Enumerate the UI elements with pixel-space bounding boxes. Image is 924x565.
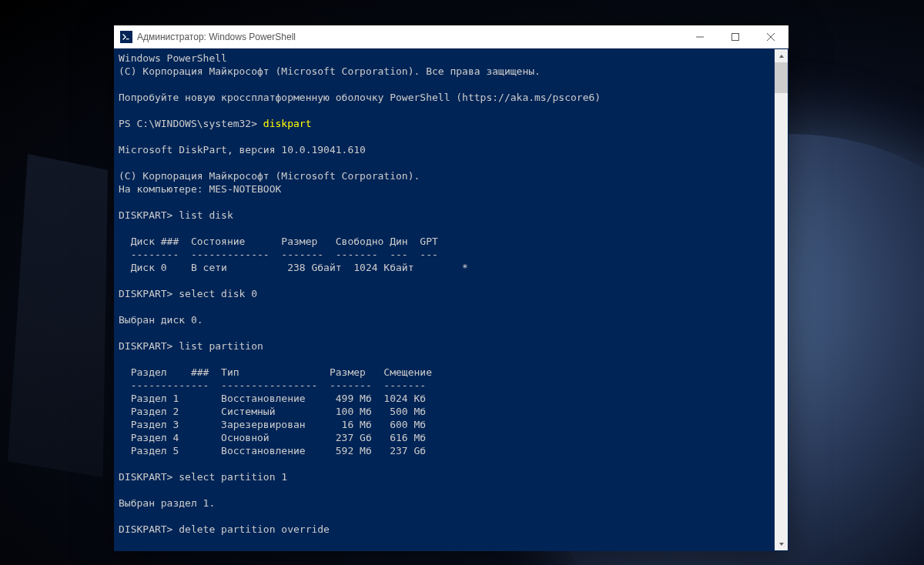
line: Microsoft DiskPart, версия 10.0.19041.61… xyxy=(119,144,366,155)
table-header: Диск ### Состояние Размер Свободно Дин G… xyxy=(119,236,438,247)
command: diskpart xyxy=(263,118,312,129)
scrollbar[interactable] xyxy=(775,49,788,550)
powershell-window: Администратор: Windows PowerShell Window… xyxy=(114,25,788,551)
scroll-down-button[interactable] xyxy=(775,537,788,550)
table-row: Раздел 3 Зарезервирован 16 Мб 600 Мб xyxy=(119,419,426,430)
command: select disk 0 xyxy=(179,288,257,299)
table-header: Раздел ### Тип Размер Смещение xyxy=(119,366,432,378)
table-divider: -------- ------------- ------- ------- -… xyxy=(119,249,438,260)
line: (C) Корпорация Майкрософт (Microsoft Cor… xyxy=(119,170,420,182)
scroll-track[interactable] xyxy=(775,62,788,537)
command: list partition xyxy=(179,340,263,352)
table-row: Диск 0 В сети 238 Gбайт 1024 Kбайт * xyxy=(119,262,468,273)
titlebar[interactable]: Администратор: Windows PowerShell xyxy=(114,25,788,48)
line: Windows PowerShell xyxy=(119,52,227,64)
diskpart-prompt: DISKPART> xyxy=(119,340,179,352)
scroll-up-button[interactable] xyxy=(775,49,788,62)
table-row: Раздел 5 Восстановление 592 Мб 237 Gб xyxy=(119,445,426,456)
command: select partition 1 xyxy=(179,471,287,483)
svg-rect-1 xyxy=(732,33,739,40)
scroll-thumb[interactable] xyxy=(775,62,788,93)
minimize-button[interactable] xyxy=(682,25,718,48)
ps-prompt: PS C:\WINDOWS\system32> xyxy=(119,118,263,129)
line: Попробуйте новую кроссплатформенную обол… xyxy=(119,92,601,103)
table-divider: ------------- ---------------- ------- -… xyxy=(119,379,426,391)
diskpart-prompt: DISKPART> xyxy=(119,523,179,535)
line: Выбран диск 0. xyxy=(119,314,203,326)
window-title: Администратор: Windows PowerShell xyxy=(137,32,296,42)
line: Выбран раздел 1. xyxy=(119,497,215,509)
close-button[interactable] xyxy=(753,25,788,48)
diskpart-prompt: DISKPART> xyxy=(119,209,179,221)
command: delete partition override xyxy=(179,523,330,535)
console-output[interactable]: Windows PowerShell (C) Корпорация Майкро… xyxy=(114,48,788,551)
table-row: Раздел 1 Восстановление 499 Мб 1024 Kб xyxy=(119,393,426,404)
line: (C) Корпорация Майкрософт (Microsoft Cor… xyxy=(119,65,541,77)
diskpart-prompt: DISKPART> xyxy=(119,471,179,483)
maximize-button[interactable] xyxy=(718,25,753,48)
diskpart-prompt: DISKPART> xyxy=(119,288,179,299)
line: На компьютере: MES-NOTEBOOK xyxy=(119,183,281,195)
command: list disk xyxy=(179,209,233,221)
table-row: Раздел 2 Системный 100 Мб 500 Мб xyxy=(119,406,426,417)
powershell-icon xyxy=(120,31,132,43)
table-row: Раздел 4 Основной 237 Gб 616 Мб xyxy=(119,432,426,443)
